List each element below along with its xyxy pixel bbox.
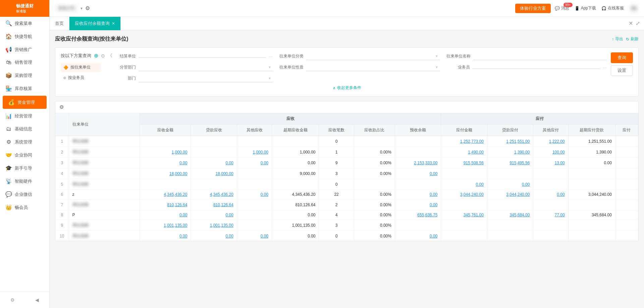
row-4-ysyue[interactable]: 0.00	[430, 171, 437, 176]
row-2-qtyf[interactable]: 100.00	[552, 150, 565, 155]
field-select-wanglai-fenlei[interactable]: ▾	[306, 52, 440, 60]
sidebar-item-weixin[interactable]: 💬 企业微信	[0, 188, 49, 201]
row-5-dkyf[interactable]: 0.00	[522, 182, 530, 187]
row-6-dkys[interactable]: 4,345,436.20	[210, 192, 233, 197]
row-6-qtyf[interactable]: 0.00	[557, 192, 565, 197]
tab-close-window-icon[interactable]: ✕	[629, 20, 633, 27]
export-button[interactable]: ↑ 导出	[612, 36, 623, 42]
row-10-ysje[interactable]: 0.00	[179, 234, 187, 238]
row-6-yfje[interactable]: 3,044,240.00	[460, 192, 484, 197]
tab-home[interactable]: 首页	[50, 17, 69, 30]
app-download-button[interactable]: 📱 App下载	[575, 5, 596, 11]
row-7-ysyue[interactable]: 0.00	[430, 203, 437, 207]
filter-header: 按以下方案查询 ⊕ ⊙ 《	[61, 52, 112, 59]
query-button[interactable]: 查询	[611, 52, 633, 63]
tab-close-icon[interactable]: ✕	[112, 21, 115, 26]
row-8-ysyue[interactable]: 655,636.75	[417, 213, 437, 217]
row-2-ysje[interactable]: 1,000.00	[172, 150, 187, 155]
sidebar-item-member[interactable]: 👑 畅会员	[0, 201, 49, 214]
row-2-unit: 单位名称	[69, 147, 140, 158]
sidebar-item-basic[interactable]: 🗂 基础信息	[0, 123, 49, 135]
row-3-yfje[interactable]: 915,508.56	[464, 161, 484, 165]
sidebar-label-weixin: 企业微信	[15, 191, 32, 197]
sidebar-item-search[interactable]: 🔍 搜索菜单	[0, 17, 49, 30]
row-4-ysje[interactable]: 18,000.00	[169, 171, 187, 176]
row-7-dkys[interactable]: 810,126.64	[213, 203, 233, 207]
row-2-qtys[interactable]: 1,000.00	[253, 150, 268, 155]
scheme-by-unit[interactable]: 🔶 按往来单位	[61, 63, 101, 72]
row-8-dkyf[interactable]: 345,684.00	[509, 213, 530, 217]
sidebar-item-marketing[interactable]: 📢 营销推广	[0, 43, 49, 56]
field-select-dept[interactable]: ▾	[139, 75, 273, 82]
messages-button[interactable]: 💬 消息 99+	[555, 5, 569, 11]
promo-button[interactable]: 体验行业方案	[515, 4, 551, 13]
sidebar-item-system[interactable]: ⚙ 系统管理	[0, 135, 49, 148]
row-6-ysje[interactable]: 4,345,436.20	[164, 192, 187, 197]
row-2-yfje[interactable]: 1,490.00	[468, 150, 484, 155]
sidebar-item-sales[interactable]: 🛍 销售管理	[0, 56, 49, 69]
row-3-qtyf[interactable]: 13.00	[555, 161, 565, 165]
row-1-dkyf[interactable]: 1,251,551.00	[506, 139, 530, 144]
sidebar-item-collab[interactable]: 🤝 企业协同	[0, 148, 49, 162]
row-6-qtys[interactable]: 0.00	[261, 192, 268, 197]
sidebar-collapse-btn[interactable]: ◀	[33, 295, 42, 305]
row-1-yfje[interactable]: 1,252,773.00	[460, 139, 484, 144]
row-10-dkys[interactable]: 0.00	[226, 234, 233, 238]
header-gear-icon[interactable]: ⚙	[85, 5, 90, 11]
row-5-yf5	[615, 179, 638, 190]
row-8-qtyf[interactable]: 77.00	[555, 213, 565, 217]
row-3-qtys[interactable]: 0.00	[261, 161, 268, 165]
filter-collapse-icon[interactable]: 《	[108, 53, 112, 59]
row-3-ysyue[interactable]: 2,153,333.00	[414, 161, 437, 165]
settings-button[interactable]: 设置	[611, 65, 633, 76]
field-dots-jiesuan[interactable]: ···	[269, 54, 273, 59]
row-5-yfje[interactable]: 0.00	[476, 182, 484, 187]
row-6-dkyf[interactable]: 3,044,240.00	[506, 192, 530, 197]
row-9-dkys[interactable]: 1,001,135.00	[210, 223, 233, 228]
tab-arquery[interactable]: 应收应付余额查询 ✕	[69, 17, 121, 30]
row-1-qtyf[interactable]: 1,222.00	[549, 139, 565, 144]
table-settings-icon[interactable]: ⚙	[59, 104, 64, 110]
row-2-dkyf[interactable]: 1,390.00	[514, 150, 530, 155]
field-input-jiesuan[interactable]	[139, 55, 266, 58]
row-4-dkys[interactable]: 18,000.00	[216, 171, 233, 176]
field-input-wanglai-name[interactable]	[473, 52, 607, 60]
sidebar-item-finance[interactable]: 💰 资金管理	[3, 96, 47, 109]
row-8-yfje[interactable]: 345,761.00	[464, 213, 484, 217]
row-6-ysyue[interactable]: 0.00	[430, 192, 437, 197]
online-service-button[interactable]: 🎧 在线客服	[601, 5, 624, 11]
sidebar-label-hardware: 智能硬件	[15, 178, 32, 184]
sidebar-item-quicknav[interactable]: 🏠 快捷导航	[0, 30, 49, 43]
table-scroll[interactable]: 往来单位 应收 应付 应收金额 贷款应收 其他应收 超期应收金额 应收笔数 应收…	[55, 113, 638, 241]
row-10-qtys[interactable]: 0.00	[261, 234, 268, 238]
filter-add-icon[interactable]: ⊕	[94, 52, 98, 59]
row-3-dkys[interactable]: 0.00	[226, 161, 233, 165]
row-3-ysje[interactable]: 0.00	[179, 161, 187, 165]
field-select-fenguan[interactable]: ▾	[139, 63, 273, 71]
sidebar-item-purchase[interactable]: 📦 采购管理	[0, 69, 49, 82]
tab-expand-icon[interactable]: ⤢	[636, 20, 640, 27]
field-label-dept: 部门	[112, 76, 136, 81]
row-3-dkyf[interactable]: 915,495.56	[509, 161, 530, 165]
refresh-button[interactable]: ↻ 刷新	[626, 36, 639, 42]
row-7-ysje[interactable]: 810,126.64	[167, 203, 187, 207]
field-input-salesman[interactable]	[473, 66, 600, 69]
row-8-ysje[interactable]: 0.00	[179, 213, 187, 217]
row-8-dkys[interactable]: 0.00	[226, 213, 233, 217]
sidebar-settings-btn[interactable]: ⚙	[8, 295, 17, 305]
field-dots-salesman[interactable]: ···	[603, 65, 607, 70]
user-avatar[interactable]: Rit	[629, 4, 639, 13]
row-9-ysje[interactable]: 1,001,135.00	[164, 223, 187, 228]
filter-settings-icon[interactable]: ⊙	[101, 53, 105, 58]
row-9-num: 9	[55, 220, 69, 231]
sidebar-item-guide[interactable]: 🎓 新手引导	[0, 162, 49, 175]
sidebar-item-hardware[interactable]: 📡 智能硬件	[0, 175, 49, 188]
sidebar-item-operations[interactable]: 📊 经营管理	[0, 109, 49, 123]
scheme-by-staff[interactable]: 按业务员	[61, 73, 101, 82]
breadcrumb-chevron[interactable]: ▾	[80, 6, 83, 11]
filter-collapse-bar[interactable]: ∧ 收起更多条件	[61, 82, 633, 91]
row-1-cqysje	[272, 136, 319, 147]
row-10-ysyue[interactable]: 0.00	[430, 234, 437, 238]
field-select-wanglai-nature[interactable]: ▾	[306, 63, 440, 71]
sidebar-item-inventory[interactable]: 🏪 库存核算	[0, 82, 49, 95]
